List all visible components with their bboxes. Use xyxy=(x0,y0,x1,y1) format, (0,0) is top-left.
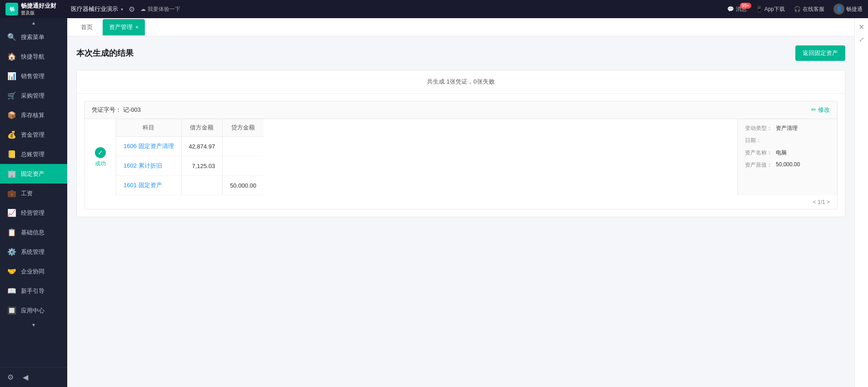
sidebar: ▲ 🔍 搜索菜单 🏠 快捷导航 📊 销售管理 🛒 采购管理 📦 库存核算 💰 资… xyxy=(0,18,67,387)
sidebar-item-enterprise[interactable]: 🤝 企业协同 xyxy=(0,262,67,281)
back-to-fixed-assets-button[interactable]: 返回固定资产 xyxy=(795,45,845,61)
sidebar-item-ledger[interactable]: 📒 总账管理 xyxy=(0,144,67,164)
pagination: < 1/1 > xyxy=(84,195,837,209)
voucher-edit-button[interactable]: ✏ 修改 xyxy=(811,106,830,114)
topbar: 畅 畅捷通好业财 普及版 医疗器械行业演示 ▾ ⚙ ☁ 我要体验一下 💬 消息 … xyxy=(0,0,868,18)
col-header-subject: 科目 xyxy=(116,119,181,137)
user-menu[interactable]: 👤 畅捷通 xyxy=(833,4,863,15)
settings-icon[interactable]: ⚙ xyxy=(129,5,135,14)
sidebar-scroll-down[interactable]: ▼ xyxy=(0,320,67,329)
sidebar-item-purchase[interactable]: 🛒 采购管理 xyxy=(0,86,67,105)
message-icon: 💬 xyxy=(727,6,734,12)
tab-asset-management[interactable]: 资产管理 × xyxy=(103,19,145,35)
home-icon: 🏠 xyxy=(7,52,16,61)
search-icon: 🔍 xyxy=(7,33,16,41)
col-header-credit: 贷方金额 xyxy=(223,119,263,137)
close-panel-button[interactable]: ✕ xyxy=(858,23,864,31)
online-service-button[interactable]: 🎧 在线客服 xyxy=(794,5,824,13)
building-icon: 🏢 xyxy=(7,169,16,178)
sidebar-item-quicknav[interactable]: 🏠 快捷导航 xyxy=(0,47,67,66)
voucher-number: 凭证字号： 记-003 xyxy=(92,106,141,114)
page-indicator: 1/1 xyxy=(818,199,827,205)
voucher-table-wrapper: 科目 借方金额 贷方金额 1606 固定资产清理 42,874.97 xyxy=(116,119,737,195)
sidebar-bottom: ⚙ ◀ xyxy=(0,367,67,387)
sidebar-item-app-center[interactable]: 🔲 应用中心 xyxy=(0,301,67,320)
credit-cell xyxy=(223,156,263,176)
tab-home[interactable]: 首页 xyxy=(74,19,99,35)
main-layout: ▲ 🔍 搜索菜单 🏠 快捷导航 📊 销售管理 🛒 采购管理 📦 库存核算 💰 资… xyxy=(0,18,868,387)
settings-bottom-icon[interactable]: ⚙ xyxy=(7,373,14,382)
table-row: 1602 累计折旧 7,125.03 xyxy=(116,156,263,176)
sidebar-item-operations[interactable]: 📈 经营管理 xyxy=(0,203,67,223)
content-area: 首页 资产管理 × 本次生成的结果 返回固定资产 共生成 1张凭证，0张失败 xyxy=(67,18,854,387)
sidebar-item-inventory[interactable]: 📦 库存核算 xyxy=(0,105,67,125)
sidebar-item-basic-info[interactable]: 📋 基础信息 xyxy=(0,223,67,242)
briefcase-icon: 💼 xyxy=(7,189,16,198)
subject-cell: 1601 固定资产 xyxy=(116,176,181,195)
subject-cell: 1602 累计折旧 xyxy=(116,156,181,176)
credit-cell xyxy=(223,137,263,156)
prev-page-button[interactable]: < xyxy=(813,199,816,205)
tab-bar: 首页 资产管理 × xyxy=(67,18,854,36)
expand-panel-button[interactable]: ⤢ xyxy=(859,36,864,43)
checkmark-icon: ✓ xyxy=(95,147,106,158)
tab-close-icon[interactable]: × xyxy=(135,24,139,30)
cart-icon: 🛒 xyxy=(7,91,16,100)
success-indicator: ✓ 成功 xyxy=(84,119,116,195)
collapse-sidebar-icon[interactable]: ◀ xyxy=(23,373,28,382)
sidebar-item-guide[interactable]: 📖 新手引导 xyxy=(0,281,67,301)
book-icon: 📒 xyxy=(7,150,16,159)
table-row: 1601 固定资产 50,000.00 xyxy=(116,176,263,195)
result-summary: 共生成 1张凭证，0张失败 xyxy=(77,70,845,94)
page-header: 本次生成的结果 返回固定资产 xyxy=(76,45,845,61)
voucher-table: 科目 借方金额 贷方金额 1606 固定资产清理 42,874.97 xyxy=(116,119,263,195)
chart-icon: 📊 xyxy=(7,72,16,80)
info-panel: 变动类型： 资产清理 日期： 资产名称： 电脑 xyxy=(737,119,837,195)
chevron-down-icon: ▾ xyxy=(121,7,123,12)
app-icon: 🔲 xyxy=(7,306,16,315)
sidebar-item-capital[interactable]: 💰 资金管理 xyxy=(0,125,67,144)
page-content: 本次生成的结果 返回固定资产 共生成 1张凭证，0张失败 凭证字号： 记-003… xyxy=(67,36,854,387)
experience-link[interactable]: ☁ 我要体验一下 xyxy=(140,5,180,13)
cloud-icon: ☁ xyxy=(140,6,146,12)
next-page-button[interactable]: > xyxy=(827,199,830,205)
sidebar-item-salary[interactable]: 💼 工资 xyxy=(0,184,67,203)
asset-name-row: 资产名称： 电脑 xyxy=(745,149,830,157)
box-icon: 📦 xyxy=(7,111,16,119)
avatar: 👤 xyxy=(833,4,844,15)
guide-icon: 📖 xyxy=(7,287,16,295)
page-title: 本次生成的结果 xyxy=(76,48,134,59)
sidebar-item-sales[interactable]: 📊 销售管理 xyxy=(0,66,67,86)
right-panel-controls: ✕ ⤢ xyxy=(854,18,868,387)
message-button[interactable]: 💬 消息 99+ xyxy=(727,5,747,13)
sidebar-item-system[interactable]: ⚙️ 系统管理 xyxy=(0,242,67,262)
sidebar-scroll-up[interactable]: ▲ xyxy=(0,18,67,27)
subject-cell: 1606 固定资产清理 xyxy=(116,137,181,156)
debit-cell xyxy=(181,176,223,195)
download-icon: 📱 xyxy=(756,6,763,12)
debit-cell: 42,874.97 xyxy=(181,137,223,156)
app-logo: 畅 畅捷通好业财 普及版 xyxy=(5,2,56,16)
sidebar-item-fixed-assets[interactable]: 🏢 固定资产 xyxy=(0,164,67,184)
date-row: 日期： xyxy=(745,137,830,144)
headset-icon: 🎧 xyxy=(794,6,801,12)
logo-text: 畅捷通好业财 普及版 xyxy=(21,2,56,16)
result-panel: 共生成 1张凭证，0张失败 凭证字号： 记-003 ✏ 修改 ✓ xyxy=(76,70,845,217)
app-download-button[interactable]: 📱 App下载 xyxy=(756,5,785,13)
gear-icon: ⚙️ xyxy=(7,248,16,256)
topbar-right: 💬 消息 99+ 📱 App下载 🎧 在线客服 👤 畅捷通 xyxy=(727,4,863,15)
voucher-content-row: ✓ 成功 科目 借方金额 贷方金额 xyxy=(84,119,837,195)
original-value-row: 资产原值： 50,000.00 xyxy=(745,161,830,169)
credit-cell: 50,000.00 xyxy=(223,176,263,195)
voucher-block: 凭证字号： 记-003 ✏ 修改 ✓ 成功 xyxy=(84,101,838,209)
debit-cell: 7,125.03 xyxy=(181,156,223,176)
logo-icon: 畅 xyxy=(5,3,18,15)
clipboard-icon: 📋 xyxy=(7,228,16,237)
money-icon: 💰 xyxy=(7,130,16,139)
trend-icon: 📈 xyxy=(7,208,16,217)
sidebar-item-search[interactable]: 🔍 搜索菜单 xyxy=(0,27,67,47)
handshake-icon: 🤝 xyxy=(7,267,16,276)
table-row: 1606 固定资产清理 42,874.97 xyxy=(116,137,263,156)
voucher-header: 凭证字号： 记-003 ✏ 修改 xyxy=(84,101,837,119)
company-selector[interactable]: 医疗器械行业演示 ▾ xyxy=(71,5,123,13)
